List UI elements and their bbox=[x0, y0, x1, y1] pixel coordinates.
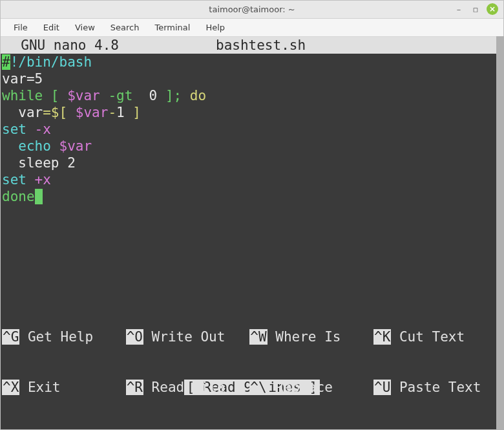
nano-shortcuts: ^G Get Help ^O Write Out ^W Where Is ^K … bbox=[1, 295, 503, 429]
key-paste-text[interactable]: ^U bbox=[373, 380, 391, 395]
key-where-is[interactable]: ^W bbox=[249, 329, 267, 345]
menu-terminal[interactable]: Terminal bbox=[147, 20, 198, 35]
nano-filename: bashtest.sh bbox=[119, 37, 499, 54]
vertical-scrollbar[interactable] bbox=[496, 36, 504, 430]
menu-help[interactable]: Help bbox=[198, 20, 233, 35]
key-read-file[interactable]: ^R bbox=[126, 380, 143, 395]
menu-search[interactable]: Search bbox=[103, 20, 147, 35]
key-exit[interactable]: ^X bbox=[2, 380, 19, 395]
key-get-help[interactable]: ^G bbox=[2, 329, 19, 345]
close-button[interactable]: × bbox=[487, 3, 498, 15]
window-title: taimoor@taimoor: ~ bbox=[209, 5, 295, 14]
code-line-3[interactable]: while [ $var -gt 0 ]; do bbox=[2, 87, 502, 104]
code-line-6[interactable]: echo $var bbox=[2, 138, 502, 155]
code-line-4[interactable]: var=$[ $var-1 ] bbox=[2, 104, 502, 121]
scrollbar-thumb[interactable] bbox=[496, 36, 504, 430]
menu-file[interactable]: File bbox=[6, 20, 36, 35]
shortcut-row-1: ^G Get Help ^O Write Out ^W Where Is ^K … bbox=[2, 328, 502, 345]
editor-content[interactable]: #!/bin/bash var=5 while [ $var -gt 0 ]; … bbox=[1, 54, 503, 205]
code-line-7[interactable]: sleep 2 bbox=[2, 155, 502, 171]
terminal-window: taimoor@taimoor: ~ – ▫ × File Edit View … bbox=[0, 0, 504, 430]
menu-view[interactable]: View bbox=[67, 20, 103, 35]
menubar: File Edit View Search Terminal Help bbox=[1, 19, 503, 37]
menu-edit[interactable]: Edit bbox=[36, 20, 67, 35]
nano-header: GNU nano 4.8 bashtest.sh bbox=[1, 37, 503, 54]
window-controls: – ▫ × bbox=[453, 3, 498, 15]
maximize-button[interactable]: ▫ bbox=[470, 3, 481, 15]
key-replace[interactable]: ^\ bbox=[249, 380, 267, 395]
code-line-9[interactable]: done bbox=[2, 188, 502, 205]
code-line-5[interactable]: set -x bbox=[2, 121, 502, 138]
code-line-8[interactable]: set +x bbox=[2, 171, 502, 188]
code-line-2[interactable]: var=5 bbox=[2, 70, 502, 87]
text-cursor bbox=[35, 189, 43, 204]
minimize-button[interactable]: – bbox=[453, 3, 465, 15]
window-titlebar[interactable]: taimoor@taimoor: ~ – ▫ × bbox=[1, 1, 503, 19]
code-line-1[interactable]: #!/bin/bash bbox=[2, 54, 502, 70]
shortcut-row-2: ^X Exit ^R Read File ^\ Replace ^U Paste… bbox=[2, 379, 502, 396]
nano-app-name: GNU nano 4.8 bbox=[5, 37, 119, 54]
key-cut-text[interactable]: ^K bbox=[373, 329, 391, 345]
terminal-area[interactable]: GNU nano 4.8 bashtest.sh #!/bin/bash var… bbox=[1, 37, 503, 429]
key-write-out[interactable]: ^O bbox=[126, 329, 143, 345]
